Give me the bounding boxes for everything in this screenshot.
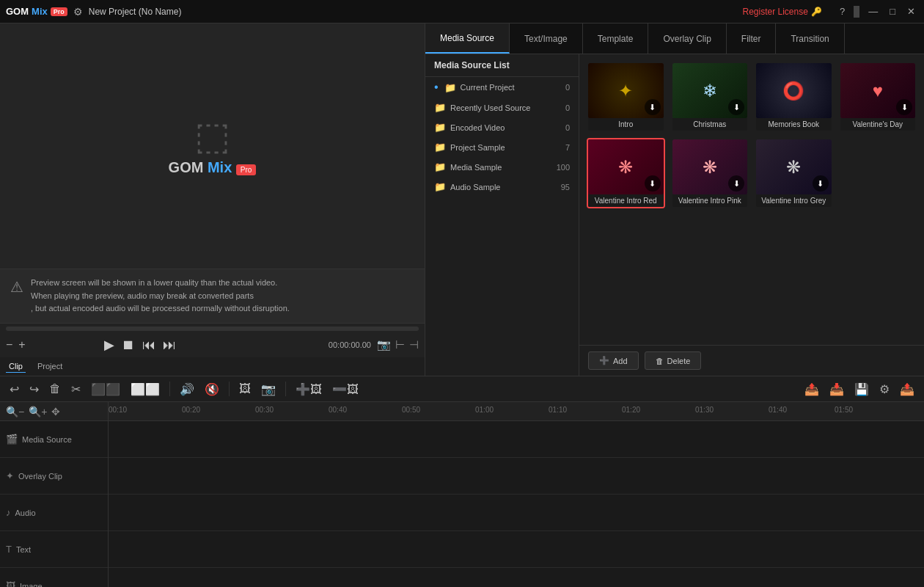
screenshot-button[interactable]: 📷 xyxy=(377,338,391,351)
toolbar-sep-1 xyxy=(169,382,170,396)
split-clip-button[interactable]: ✂ xyxy=(67,380,84,398)
template-memories-book[interactable]: Memories Book xyxy=(755,62,833,132)
audio-track-label: Audio xyxy=(15,508,36,517)
media-sample-label: Media Sample xyxy=(450,163,502,172)
val-pink-label: Valentine Intro Pink xyxy=(672,194,748,207)
export-button[interactable]: 📤 xyxy=(801,380,823,398)
delete-button[interactable]: 🗑 Delete xyxy=(645,351,702,370)
audio-button[interactable]: 🔊 xyxy=(176,380,198,398)
settings-icon[interactable]: ⚙ xyxy=(73,6,83,18)
source-item-media-sample[interactable]: 📁 Media Sample 100 xyxy=(425,157,579,177)
redo-button[interactable]: ↪ xyxy=(26,380,43,398)
help-icon[interactable]: ? xyxy=(837,6,848,17)
tab-overlay-clip[interactable]: Overlay Clip xyxy=(648,23,726,54)
mute-button[interactable]: 🔇 xyxy=(201,380,223,398)
current-project-label: Current Project xyxy=(461,83,515,92)
valentine-download-button[interactable]: ⬇ xyxy=(896,99,912,115)
play-button[interactable]: ▶ xyxy=(104,337,114,353)
template-grid-container: ⬇ Intro ⬇ Christmas xyxy=(579,54,924,376)
zoom-in-button[interactable]: 🔍+ xyxy=(29,406,47,418)
val-pink-thumbnail: ⬇ xyxy=(672,139,748,194)
memories-label: Memories Book xyxy=(756,118,832,131)
image2-button[interactable]: 📷 xyxy=(257,380,279,398)
ruler-tick-0120: 01:20 xyxy=(622,406,640,414)
source-item-current-project[interactable]: 📁 Current Project 0 xyxy=(425,77,579,98)
overlay-add-button[interactable]: ➕🖼 xyxy=(292,380,326,398)
titlebar: GOM Mix Pro ⚙ New Project (No Name) Regi… xyxy=(0,0,924,23)
media-source-track-label: Media Source xyxy=(22,435,72,444)
template-val-intro-red[interactable]: ⬇ Valentine Intro Red xyxy=(587,138,665,208)
volume-minus-button[interactable]: − xyxy=(6,338,12,351)
register-license-button[interactable]: Register License 🔑 xyxy=(743,7,822,17)
source-item-encoded-video[interactable]: 📁 Encoded Video 0 xyxy=(425,117,579,137)
tab-transition[interactable]: Transition xyxy=(776,23,844,54)
template-val-intro-grey[interactable]: ⬇ Valentine Intro Grey xyxy=(755,138,833,208)
tab-template[interactable]: Template xyxy=(583,23,649,54)
tab-filter[interactable]: Filter xyxy=(727,23,777,54)
zoom-out-button[interactable]: 🔍− xyxy=(6,406,24,418)
audio-track-icon: ♪ xyxy=(6,507,11,518)
audio-track-row[interactable] xyxy=(109,495,924,531)
track-label-media-source: 🎬 Media Source xyxy=(0,421,108,458)
minimize-button[interactable]: — xyxy=(865,6,881,17)
group-button[interactable]: ⬛⬛ xyxy=(87,380,124,398)
source-item-project-sample[interactable]: 📁 Project Sample 7 xyxy=(425,137,579,157)
template-val-intro-pink[interactable]: ⬇ Valentine Intro Pink xyxy=(671,138,749,208)
stop-button[interactable]: ⏹ xyxy=(122,338,135,353)
text-track-row[interactable] xyxy=(109,531,924,568)
track-labels: 🎬 Media Source ✦ Overlay Clip ♪ Audio T … xyxy=(0,421,109,587)
right-panel: Media Source Text/Image Template Overlay… xyxy=(425,23,924,376)
rewind-button[interactable]: ⏮ xyxy=(142,338,155,353)
media-source-track-row[interactable] xyxy=(109,421,924,458)
image-button[interactable]: 🖼 xyxy=(235,380,254,398)
project-sample-count: 7 xyxy=(565,143,570,152)
template-intro[interactable]: ⬇ Intro xyxy=(587,62,665,132)
mix-label: Mix xyxy=(32,6,48,17)
val-red-download-button[interactable]: ⬇ xyxy=(645,175,661,192)
save-button[interactable]: 💾 xyxy=(851,380,873,398)
ungroup-button[interactable]: ⬜⬜ xyxy=(127,380,164,398)
source-panel: Media Source List 📁 Current Project 0 📁 … xyxy=(425,54,924,376)
tab-media-source[interactable]: Media Source xyxy=(425,23,510,54)
settings-toolbar-button[interactable]: ⚙ xyxy=(876,380,893,398)
overlay-clip-track-row[interactable] xyxy=(109,458,924,495)
add-button[interactable]: ➕ Add xyxy=(588,351,639,370)
image-track-row[interactable] xyxy=(109,568,924,587)
folder-icon-project: 📁 xyxy=(434,142,446,153)
progress-bar[interactable] xyxy=(6,327,419,331)
template-christmas[interactable]: ⬇ Christmas xyxy=(671,62,749,132)
track-label-text: T Text xyxy=(0,531,108,568)
encoded-video-count: 0 xyxy=(565,123,570,132)
share-button[interactable]: 📤 xyxy=(896,380,918,398)
timeline-ruler: 🔍− 🔍+ ✥ 00:10 00:20 00:30 00:40 00:50 01… xyxy=(0,402,924,421)
folder-icon-audio: 📁 xyxy=(434,181,446,192)
overlay-remove-button[interactable]: ➖🖼 xyxy=(329,380,362,398)
import-button[interactable]: 📥 xyxy=(826,380,848,398)
clip-tab[interactable]: Clip xyxy=(6,360,26,373)
intro-thumbnail: ⬇ xyxy=(588,63,664,118)
undo-button[interactable]: ↩ xyxy=(6,380,23,398)
delete-clip-button[interactable]: 🗑 xyxy=(45,380,65,398)
maximize-button[interactable]: □ xyxy=(887,6,898,17)
intro-download-button[interactable]: ⬇ xyxy=(645,99,661,115)
source-item-audio-sample[interactable]: 📁 Audio Sample 95 xyxy=(425,177,579,197)
trim-button[interactable]: ⊣ xyxy=(409,338,419,351)
toolbar: ↩ ↪ 🗑 ✂ ⬛⬛ ⬜⬜ 🔊 🔇 🖼 📷 ➕🖼 ➖🖼 📤 📥 💾 ⚙ 📤 xyxy=(0,376,924,402)
val-pink-download-button[interactable]: ⬇ xyxy=(728,175,744,192)
ruler-tick-0020: 00:20 xyxy=(182,406,200,414)
split-button[interactable]: ⊢ xyxy=(395,338,405,351)
toolbar-sep-2 xyxy=(229,382,230,396)
christmas-thumbnail: ⬇ xyxy=(672,63,748,118)
valentines-label: Valentine's Day xyxy=(840,118,916,131)
fast-forward-button[interactable]: ⏭ xyxy=(163,338,176,353)
source-item-recently-used[interactable]: 📁 Recently Used Source 0 xyxy=(425,98,579,117)
volume-plus-button[interactable]: + xyxy=(18,338,25,351)
zoom-move-button[interactable]: ✥ xyxy=(51,406,60,418)
christmas-download-button[interactable]: ⬇ xyxy=(728,99,744,115)
val-grey-download-button[interactable]: ⬇ xyxy=(813,175,829,192)
template-valentines-day[interactable]: ⬇ Valentine's Day xyxy=(839,62,917,132)
project-tab[interactable]: Project xyxy=(34,360,65,373)
text-track-label: Text xyxy=(16,545,31,554)
tab-text-image[interactable]: Text/Image xyxy=(510,23,583,54)
close-button[interactable]: ✕ xyxy=(904,6,918,17)
